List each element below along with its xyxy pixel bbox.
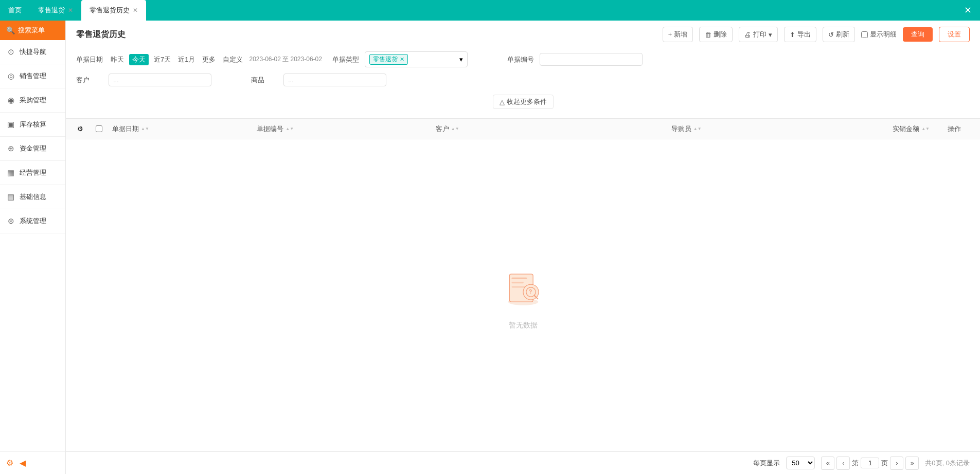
sidebar-item-system[interactable]: ⊛ 系统管理 <box>0 209 65 233</box>
delete-button[interactable]: 🗑 删除 <box>699 27 733 42</box>
date-filter: 单据日期 昨天 今天 近7天 近1月 更多 自定义 2023-06-02 至 2… <box>76 54 322 65</box>
th-amount[interactable]: 实销金额 ▲▼ <box>812 124 934 134</box>
search-icon: 🔍 <box>6 26 15 34</box>
type-tag: 零售退货 ✕ <box>369 54 408 65</box>
table-footer: 每页显示 20 50 100 « ‹ 第 页 › » 共0页, 0条记录 <box>66 451 980 474</box>
sales-icon: ◎ <box>6 71 15 81</box>
page-unit-label: 页 <box>881 459 888 468</box>
content-area: 零售退货历史 + 新增 🗑 删除 🖨 打印 ▾ ⬆ 导出 <box>66 21 980 474</box>
goods-input[interactable] <box>283 74 386 86</box>
table-header: ⚙ 单据日期 ▲▼ 单据编号 ▲▼ 客户 ▲▼ 导购员 <box>66 119 980 139</box>
type-filter-label: 单据类型 <box>332 55 361 64</box>
goods-filter-label: 商品 <box>251 76 279 85</box>
type-select[interactable]: 零售退货 ✕ ▾ <box>365 51 468 67</box>
date-opt-custom[interactable]: 自定义 <box>221 54 245 65</box>
table-area: ⚙ 单据日期 ▲▼ 单据编号 ▲▼ 客户 ▲▼ 导购员 <box>66 119 980 451</box>
setting-button[interactable]: 设置 <box>939 27 970 42</box>
collapse-icon: △ <box>500 98 505 106</box>
print-icon: 🖨 <box>744 31 751 39</box>
collapse-button[interactable]: △ 收起更多条件 <box>493 95 554 109</box>
tab-close-retail-return[interactable]: ✕ <box>68 7 73 14</box>
date-opt-yesterday[interactable]: 昨天 <box>109 54 126 65</box>
customer-filter-label: 客户 <box>76 76 104 85</box>
tab-retail-return[interactable]: 零售退货 ✕ <box>30 0 81 21</box>
date-opt-today[interactable]: 今天 <box>129 54 149 65</box>
system-icon: ⊛ <box>6 216 15 226</box>
date-opt-7days[interactable]: 近7天 <box>152 54 173 65</box>
th-guide[interactable]: 导购员 ▲▼ <box>667 124 812 134</box>
type-select-chevron: ▾ <box>459 56 463 63</box>
date-opt-1month[interactable]: 近1月 <box>176 54 197 65</box>
page-title: 零售退货历史 <box>76 29 126 40</box>
display-toggle-checkbox[interactable] <box>861 31 868 38</box>
sidebar-settings-icon[interactable]: ⚙ <box>6 458 13 468</box>
sidebar-item-quick-nav[interactable]: ⊙ 快捷导航 <box>0 40 65 64</box>
page-prev-button[interactable]: ‹ <box>836 457 850 470</box>
tab-bar: 首页 零售退货 ✕ 零售退货历史 ✕ <box>0 0 964 21</box>
date-sort-icon: ▲▼ <box>141 126 149 131</box>
customer-input[interactable] <box>109 74 211 86</box>
print-chevron-icon: ▾ <box>769 31 772 39</box>
sidebar-collapse-icon[interactable]: ◀ <box>20 458 26 468</box>
th-checkbox[interactable] <box>90 125 108 132</box>
window-close-button[interactable]: ✕ <box>964 5 980 16</box>
select-all-checkbox[interactable] <box>96 125 102 132</box>
tab-home[interactable]: 首页 <box>0 0 30 21</box>
sidebar-item-finance[interactable]: ⊕ 资金管理 <box>0 137 65 161</box>
date-filter-label: 单据日期 <box>76 55 104 64</box>
number-input[interactable] <box>540 53 643 66</box>
th-customer[interactable]: 客户 ▲▼ <box>432 124 667 134</box>
main-layout: 🔍 搜索菜单 ⊙ 快捷导航 ◎ 销售管理 ◉ 采购管理 ▣ 库存核算 ⊕ 资金管… <box>0 21 980 474</box>
date-options: 昨天 今天 近7天 近1月 更多 自定义 <box>109 54 245 65</box>
basic-info-icon: ▤ <box>6 192 15 202</box>
tab-retail-return-history[interactable]: 零售退货历史 ✕ <box>81 0 146 21</box>
refresh-button[interactable]: ↺ 刷新 <box>823 27 855 42</box>
goods-filter: 商品 <box>251 74 416 86</box>
page-last-button[interactable]: » <box>905 457 919 470</box>
page-first-button[interactable]: « <box>821 457 834 470</box>
finance-icon: ⊕ <box>6 144 15 153</box>
refresh-icon: ↺ <box>828 31 834 39</box>
sidebar-item-basic-info[interactable]: ▤ 基础信息 <box>0 185 65 209</box>
empty-text: 暂无数据 <box>509 321 538 330</box>
sidebar-bottom: ⚙ ◀ <box>0 451 65 474</box>
sidebar-item-purchase[interactable]: ◉ 采购管理 <box>0 88 65 113</box>
query-button[interactable]: 查询 <box>903 27 933 42</box>
purchase-icon: ◉ <box>6 96 15 105</box>
empty-illustration: ? <box>497 261 549 313</box>
delete-icon: 🗑 <box>705 31 711 39</box>
sidebar-item-sales[interactable]: ◎ 销售管理 <box>0 64 65 88</box>
header-actions: + 新增 🗑 删除 🖨 打印 ▾ ⬆ 导出 ↺ <box>663 27 970 42</box>
sidebar-search[interactable]: 🔍 搜索菜单 <box>0 21 65 40</box>
pagination-buttons: « ‹ 第 页 › » <box>821 457 919 470</box>
sidebar-item-inventory[interactable]: ▣ 库存核算 <box>0 113 65 137</box>
page-next-button[interactable]: › <box>890 457 903 470</box>
th-date[interactable]: 单据日期 ▲▼ <box>108 124 253 134</box>
th-number[interactable]: 单据编号 ▲▼ <box>253 124 432 134</box>
svg-text:?: ? <box>528 288 532 295</box>
export-button[interactable]: ⬆ 导出 <box>784 27 816 42</box>
filter-area: 单据日期 昨天 今天 近7天 近1月 更多 自定义 2023-06-02 至 2… <box>76 48 970 118</box>
print-button[interactable]: 🖨 打印 ▾ <box>739 27 778 42</box>
page-header: 零售退货历史 + 新增 🗑 删除 🖨 打印 ▾ ⬆ 导出 <box>66 21 980 119</box>
page-summary: 共0页, 0条记录 <box>925 459 970 468</box>
svg-rect-3 <box>511 282 523 283</box>
svg-rect-4 <box>511 286 525 287</box>
th-operation: 操作 <box>934 124 975 134</box>
page-size-select[interactable]: 20 50 100 <box>786 457 815 469</box>
empty-state: ? 暂无数据 <box>66 139 980 451</box>
date-opt-more[interactable]: 更多 <box>200 54 218 65</box>
display-toggle[interactable]: 显示明细 <box>861 30 897 39</box>
new-button[interactable]: + 新增 <box>663 27 693 42</box>
number-filter: 单据编号 <box>507 53 672 66</box>
operations-icon: ▦ <box>6 168 15 177</box>
th-settings[interactable]: ⚙ <box>71 125 90 133</box>
type-tag-close[interactable]: ✕ <box>400 56 404 63</box>
quick-nav-icon: ⊙ <box>6 47 15 57</box>
sidebar-item-operations[interactable]: ▦ 经营管理 <box>0 161 65 185</box>
page-label: 第 <box>852 459 859 468</box>
svg-rect-2 <box>511 277 527 279</box>
tab-close-retail-return-history[interactable]: ✕ <box>133 7 138 14</box>
page-number-input[interactable] <box>861 458 879 468</box>
top-bar: 首页 零售退货 ✕ 零售退货历史 ✕ ✕ <box>0 0 980 21</box>
